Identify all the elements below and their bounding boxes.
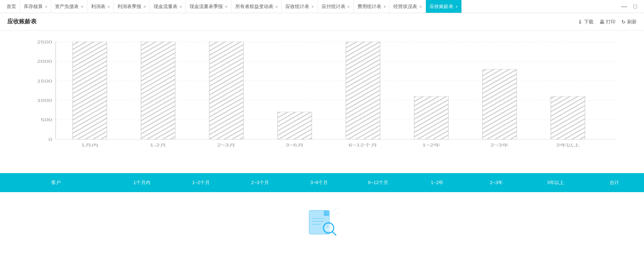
- bar-2: [141, 42, 175, 140]
- chart-area: 0 500 1000 1500 2000 2500: [0, 31, 644, 173]
- col-1-2m: 1~2个月: [171, 179, 230, 186]
- svg-text:0: 0: [48, 137, 52, 142]
- svg-text:1500: 1500: [37, 79, 52, 83]
- document-search-icon: [304, 203, 340, 240]
- svg-text:1月内: 1月内: [81, 143, 98, 147]
- col-3-6m: 3~6个月: [289, 179, 348, 186]
- table-header: 客户 1个月内 1~2个月 2~3个月 3~6个月 6~12个月 1~2年 2~…: [0, 173, 644, 192]
- bar-8: [551, 96, 585, 139]
- tab-expense-stat[interactable]: 费用统计表 ×: [354, 0, 390, 13]
- close-icon[interactable]: ×: [45, 4, 47, 9]
- svg-rect-23: [324, 210, 329, 216]
- refresh-button[interactable]: ↻ 刷新: [621, 19, 637, 25]
- bar-5: [346, 42, 380, 140]
- svg-line-29: [332, 232, 336, 235]
- close-icon[interactable]: ×: [383, 4, 386, 9]
- tab-cashflow-quarterly[interactable]: 现金流量表季报 ×: [186, 0, 231, 13]
- page-title: 应收账龄表: [7, 18, 37, 26]
- print-button[interactable]: 🖶 打印: [599, 19, 615, 25]
- svg-text:2~3月: 2~3月: [217, 143, 236, 147]
- svg-line-31: [333, 209, 338, 210]
- svg-text:1-2月: 1-2月: [150, 143, 166, 147]
- header-actions: ⇓ 下载 🖶 打印 ↻ 刷新: [578, 19, 637, 25]
- empty-icon: [304, 203, 340, 240]
- col-3y-plus: 3年以上: [526, 179, 585, 186]
- download-icon: ⇓: [578, 19, 583, 25]
- col-2-3m: 2~3个月: [231, 179, 289, 186]
- svg-text:500: 500: [41, 118, 52, 122]
- page-header: 应收账龄表 ⇓ 下载 🖶 打印 ↻ 刷新: [0, 13, 644, 31]
- col-customer: 客户: [0, 179, 112, 186]
- col-total: 合计: [585, 179, 644, 186]
- minimize-button[interactable]: ―: [620, 2, 629, 11]
- close-icon[interactable]: ×: [180, 4, 182, 9]
- bar-4: [278, 112, 312, 140]
- svg-text:3年以上: 3年以上: [556, 143, 580, 147]
- tab-ap-stat[interactable]: 应付统计表 ×: [318, 0, 354, 13]
- tab-inventory[interactable]: 库存核算 ×: [20, 0, 51, 13]
- tab-equity[interactable]: 所有者权益变动表 ×: [232, 0, 282, 13]
- col-6-12m: 6~12个月: [349, 179, 408, 186]
- bar-1: [73, 42, 107, 140]
- svg-text:2000: 2000: [37, 59, 52, 64]
- svg-text:2~3年: 2~3年: [490, 143, 509, 147]
- close-icon[interactable]: ×: [81, 4, 83, 9]
- svg-point-30: [326, 226, 329, 228]
- close-icon[interactable]: ×: [276, 4, 278, 9]
- empty-state: [0, 192, 644, 240]
- print-icon: 🖶: [599, 19, 604, 25]
- tab-home[interactable]: 首页: [3, 0, 20, 13]
- svg-text:2500: 2500: [37, 40, 52, 44]
- refresh-icon: ↻: [621, 19, 626, 25]
- col-1m: 1个月内: [112, 179, 171, 186]
- svg-text:6~12个月: 6~12个月: [349, 143, 378, 147]
- svg-text:1000: 1000: [37, 98, 52, 103]
- svg-text:1~2年: 1~2年: [422, 143, 441, 147]
- close-icon[interactable]: ×: [419, 4, 422, 9]
- tab-cashflow[interactable]: 现金流量表 ×: [150, 0, 186, 13]
- close-icon[interactable]: ×: [348, 4, 350, 9]
- col-2-3y: 2~3年: [467, 179, 526, 186]
- download-button[interactable]: ⇓ 下载: [578, 19, 594, 25]
- svg-line-32: [335, 213, 340, 214]
- bar-chart: 0 500 1000 1500 2000 2500: [15, 38, 629, 155]
- tab-operation[interactable]: 经营状况表 ×: [390, 0, 426, 13]
- svg-text:3~6月: 3~6月: [285, 143, 304, 147]
- tab-bar: 首页 库存核算 × 资产负债表 × 利润表 × 利润表季报 × 现金流量表 × …: [0, 0, 644, 13]
- tab-balance[interactable]: 资产负债表 ×: [51, 0, 87, 13]
- bar-6: [414, 96, 448, 139]
- maximize-button[interactable]: □: [631, 2, 640, 11]
- bar-3: [209, 42, 243, 140]
- close-icon[interactable]: ×: [225, 4, 227, 9]
- tab-ar-aging[interactable]: 应收账龄表 ×: [426, 0, 462, 13]
- bar-7: [483, 69, 517, 139]
- close-icon[interactable]: ×: [456, 4, 458, 9]
- svg-point-28: [325, 225, 332, 231]
- close-icon[interactable]: ×: [143, 4, 146, 9]
- tab-bar-end: ― □: [620, 2, 641, 11]
- close-icon[interactable]: ×: [311, 4, 314, 9]
- main-content: 0 500 1000 1500 2000 2500: [0, 31, 644, 263]
- tab-profit[interactable]: 利润表 ×: [87, 0, 114, 13]
- tab-ar-stat[interactable]: 应收统计表 ×: [282, 0, 318, 13]
- tab-profit-quarterly[interactable]: 利润表季报 ×: [114, 0, 150, 13]
- col-1-2y: 1~2年: [408, 179, 467, 186]
- close-icon[interactable]: ×: [108, 4, 110, 9]
